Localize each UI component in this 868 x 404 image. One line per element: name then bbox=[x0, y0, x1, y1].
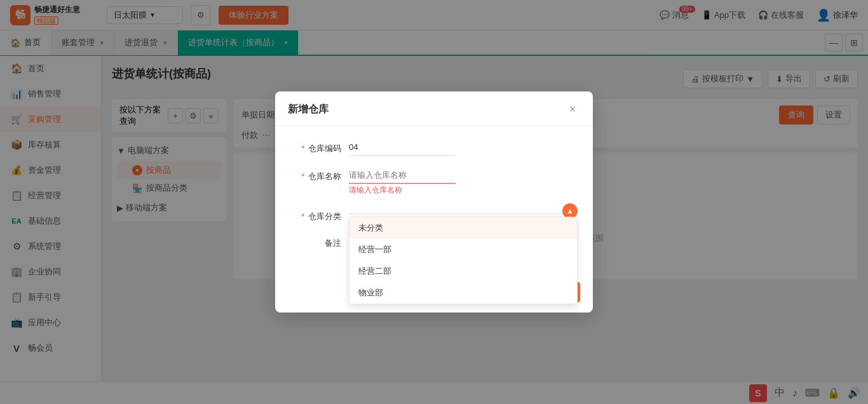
category-dropdown-trigger[interactable] bbox=[349, 207, 578, 214]
category-option-dept1[interactable]: 经营一部 bbox=[349, 239, 577, 260]
warehouse-name-wrap: 请输入仓库名称 bbox=[349, 167, 578, 196]
warehouse-category-label: * 仓库分类 bbox=[290, 207, 341, 222]
dialog-close-button[interactable]: × bbox=[565, 102, 580, 117]
warehouse-code-row: * 仓库编码 bbox=[290, 139, 578, 156]
warehouse-code-input[interactable] bbox=[349, 139, 456, 156]
warehouse-name-error: 请输入仓库名称 bbox=[349, 185, 578, 196]
category-option-dept2[interactable]: 经营二部 bbox=[349, 260, 577, 282]
warehouse-code-wrap bbox=[349, 139, 578, 156]
warehouse-category-row: * 仓库分类 ▲ 未分类 经营一部 经营二部 物业部 bbox=[290, 207, 578, 222]
warehouse-name-label: * 仓库名称 bbox=[290, 167, 341, 182]
warehouse-code-label: * 仓库编码 bbox=[290, 139, 341, 154]
warehouse-category-wrap: ▲ 未分类 经营一部 经营二部 物业部 bbox=[349, 207, 578, 214]
remark-label: 备注 bbox=[290, 234, 341, 249]
dialog-overlay: 新增仓库 × * 仓库编码 * 仓库名称 bbox=[0, 0, 868, 404]
category-option-dept3[interactable]: 物业部 bbox=[349, 282, 577, 304]
category-option-uncategorized[interactable]: 未分类 bbox=[349, 217, 577, 239]
category-dropdown-menu: 未分类 经营一部 经营二部 物业部 bbox=[349, 217, 578, 304]
warehouse-name-input[interactable] bbox=[349, 167, 456, 184]
dialog-body: * 仓库编码 * 仓库名称 请输入仓库名称 bbox=[275, 126, 593, 274]
warehouse-name-row: * 仓库名称 请输入仓库名称 bbox=[290, 167, 578, 196]
dropdown-arrow-icon[interactable]: ▲ bbox=[562, 203, 578, 219]
new-warehouse-dialog: 新增仓库 × * 仓库编码 * 仓库名称 bbox=[275, 91, 593, 313]
dialog-header: 新增仓库 × bbox=[275, 91, 593, 126]
dialog-title: 新增仓库 bbox=[288, 103, 329, 116]
